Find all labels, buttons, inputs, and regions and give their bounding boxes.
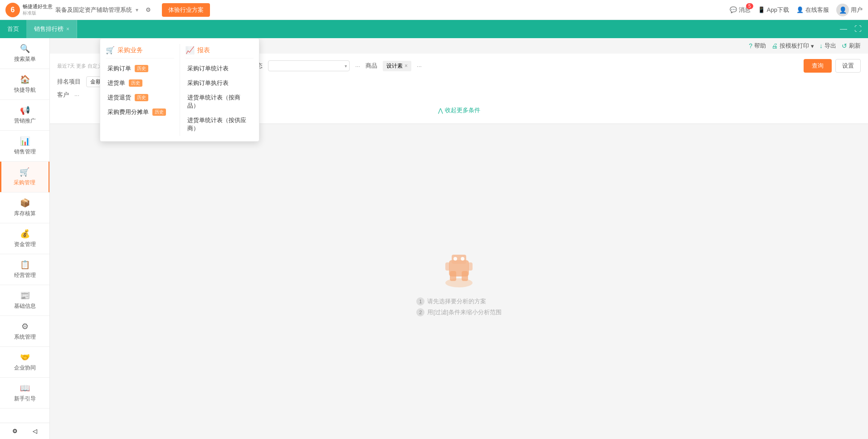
message-btn[interactable]: 💬 消息 5 xyxy=(730,6,751,14)
sidebar-item-nav[interactable]: 🏠 快捷导航 xyxy=(0,69,49,100)
system-title-chevron[interactable]: ▾ xyxy=(136,7,138,13)
export-icon: ↓ xyxy=(819,42,823,49)
toolbar-right-btns: 查询 设置 xyxy=(804,59,861,73)
sidebar-label-system: 系统管理 xyxy=(14,333,36,341)
sidebar-item-guide[interactable]: 📖 新手引导 xyxy=(0,378,49,409)
dropdown-item-purchase-order[interactable]: 采购订单 历史 xyxy=(106,61,174,76)
history-badge-3: 历史 xyxy=(152,109,166,116)
query-btn[interactable]: 查询 xyxy=(804,59,832,73)
sidebar-label-basic: 基础信息 xyxy=(14,302,36,310)
user-label: 用户 xyxy=(851,6,863,14)
dropdown-item-order-stat[interactable]: 采购订单统计表 xyxy=(185,61,254,76)
avatar: 👤 xyxy=(836,4,849,16)
sidebar-item-purchase[interactable]: 🛒 采购管理 xyxy=(0,162,49,192)
sidebar-item-system[interactable]: ⚙ 系统管理 xyxy=(0,316,49,347)
order-status-select[interactable] xyxy=(268,60,350,71)
print-arrow-icon: ▾ xyxy=(811,43,814,49)
logo-area: 6 畅捷通好生意 标准版 xyxy=(5,3,55,17)
svg-point-0 xyxy=(445,278,473,287)
sidebar-item-operations[interactable]: 📋 经营管理 xyxy=(0,254,49,285)
content-area: 🛒 采购业务 采购订单 历史 进货单 历史 进货退货 历史 采购费用分摊单 xyxy=(50,38,868,439)
sidebar-item-finance[interactable]: 💰 资金管理 xyxy=(0,223,49,254)
history-badge-1: 历史 xyxy=(129,79,142,87)
svg-rect-6 xyxy=(462,271,468,281)
industry-btn[interactable]: 体验行业方案 xyxy=(162,3,210,17)
marketing-icon: 📢 xyxy=(20,105,30,115)
setting-btn[interactable]: 设置 xyxy=(835,59,861,73)
tab-close-icon[interactable]: × xyxy=(66,26,69,32)
sidebar-bottom: ⚙ ◁ xyxy=(0,423,49,439)
dropdown-item-return[interactable]: 进货退货 历史 xyxy=(106,90,174,105)
message-badge: 5 xyxy=(746,3,753,9)
sidebar-label-inventory: 库存核算 xyxy=(14,210,36,217)
dropdown-report-col: 📈 报表 采购订单统计表 采购订单执行表 进货单统计表（按商品） 进货单统计表（… xyxy=(180,44,259,136)
sidebar-item-enterprise[interactable]: 🤝 企业协同 xyxy=(0,347,49,378)
dropdown-item-inbound-product[interactable]: 进货单统计表（按商品） xyxy=(185,90,254,113)
sidebar-item-search[interactable]: 🔍 搜索菜单 xyxy=(0,38,49,69)
purchase-icon: 🛒 xyxy=(20,167,29,177)
service-label: 在线客服 xyxy=(805,6,829,14)
tab-sales-rank[interactable]: 销售排行榜 × xyxy=(27,20,77,38)
sidebar-label-search: 搜索菜单 xyxy=(14,55,36,63)
top-right-area: 💬 消息 5 📱 App下载 👤 在线客服 👤 用户 xyxy=(730,4,863,16)
sidebar-label-guide: 新手引导 xyxy=(14,395,36,403)
phone-icon: 📱 xyxy=(758,6,765,13)
operations-icon: 📋 xyxy=(20,260,30,270)
empty-state: 1 请先选择要分析的方案 2 用[过滤]条件来缩小分析范围 xyxy=(50,124,868,439)
help-btn[interactable]: ? 帮助 xyxy=(749,42,766,50)
sidebar-label-enterprise: 企业协同 xyxy=(14,364,36,372)
home-icon: 🏠 xyxy=(20,74,30,84)
refresh-icon: ↺ xyxy=(842,42,847,49)
sidebar-item-sales[interactable]: 📊 销售管理 xyxy=(0,131,49,162)
sidebar-label-purchase: 采购管理 xyxy=(14,179,35,187)
sidebar-item-inventory[interactable]: 📦 库存核算 xyxy=(0,192,49,223)
tab-home[interactable]: 首页 xyxy=(0,20,27,38)
online-service-btn[interactable]: 👤 在线客服 xyxy=(796,6,829,14)
sidebar-label-marketing: 营销推广 xyxy=(14,117,36,125)
refresh-btn[interactable]: ↺ 刷新 xyxy=(842,42,861,50)
tab-minimize-btn[interactable]: — xyxy=(837,23,850,35)
tip-num-1: 1 xyxy=(416,297,424,306)
tip-item-2: 2 用[过滤]条件来缩小分析范围 xyxy=(416,308,501,316)
print-btn[interactable]: 🖨 按模板打印 ▾ xyxy=(771,42,814,50)
dropdown-item-inbound-supplier[interactable]: 进货单统计表（按供应商） xyxy=(185,113,254,136)
system-title-area: 装备及固定资产辅助管理系统 ▾ ⚙ 体验行业方案 xyxy=(55,3,730,17)
dropdown-item-inbound[interactable]: 进货单 历史 xyxy=(106,76,174,90)
guide-icon: 📖 xyxy=(20,383,30,393)
user-btn[interactable]: 👤 用户 xyxy=(836,4,863,16)
product-tag: 设计素 × xyxy=(383,61,411,71)
app-label: App下载 xyxy=(767,6,789,14)
settings-icon-btn[interactable]: ⚙ xyxy=(142,4,155,16)
sidebar: 🔍 搜索菜单 🏠 快捷导航 📢 营销推广 📊 销售管理 🛒 采购管理 📦 库存核… xyxy=(0,38,50,439)
customer-dots: ··· xyxy=(74,92,79,99)
purchase-title-icon: 🛒 xyxy=(106,46,115,54)
tab-sales-rank-label: 销售排行榜 xyxy=(34,25,63,33)
rank-label: 排名项目 xyxy=(57,78,81,86)
sidebar-label-nav: 快捷导航 xyxy=(14,86,36,94)
help-icon: ? xyxy=(749,42,752,49)
finance-icon: 💰 xyxy=(20,229,30,239)
sidebar-label-operations: 经营管理 xyxy=(14,271,36,279)
tab-bar: 首页 销售排行榜 × — ⛶ xyxy=(0,20,868,38)
dropdown-item-expense[interactable]: 采购费用分摊单 历史 xyxy=(106,105,174,119)
sidebar-collapse-btn[interactable]: ◁ xyxy=(33,428,37,434)
product-tag-close[interactable]: × xyxy=(405,63,408,69)
app-download-btn[interactable]: 📱 App下载 xyxy=(758,6,789,14)
tip-num-2: 2 xyxy=(416,308,424,316)
product-dots: ··· xyxy=(417,63,422,69)
tip-text-2: 用[过滤]条件来缩小分析范围 xyxy=(427,308,501,316)
history-badge-0: 历史 xyxy=(135,65,148,72)
collapse-label: 收起更多条件 xyxy=(445,106,480,114)
sidebar-item-marketing[interactable]: 📢 营销推广 xyxy=(0,100,49,131)
export-btn[interactable]: ↓ 导出 xyxy=(819,42,836,50)
sidebar-label-sales: 销售管理 xyxy=(14,148,36,156)
svg-point-4 xyxy=(461,257,464,261)
tab-maximize-btn[interactable]: ⛶ xyxy=(852,23,864,35)
dropdown-purchase-col: 🛒 采购业务 采购订单 历史 进货单 历史 进货退货 历史 采购费用分摊单 xyxy=(100,44,180,136)
sidebar-settings-btn[interactable]: ⚙ xyxy=(12,428,18,434)
dropdown-item-order-exec[interactable]: 采购订单执行表 xyxy=(185,76,254,90)
dropdown-purchase-title: 🛒 采购业务 xyxy=(106,44,174,59)
empty-robot-svg xyxy=(436,247,482,292)
sidebar-item-basic[interactable]: 📰 基础信息 xyxy=(0,285,49,316)
message-icon: 💬 xyxy=(730,6,737,13)
